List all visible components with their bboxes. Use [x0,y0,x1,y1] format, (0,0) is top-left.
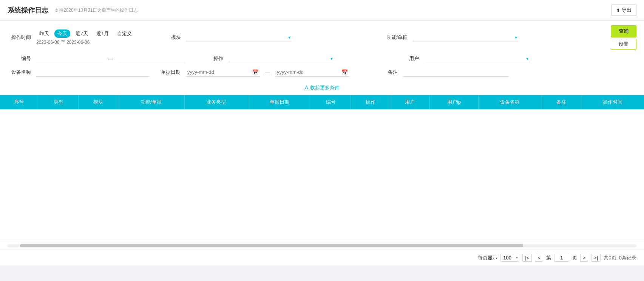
page-title: 系统操作日志 [8,6,48,15]
func-filter-group: 功能/单据 ▾ [384,33,611,42]
time-btn-7days[interactable]: 近7天 [73,29,91,38]
device-filter-group: 设备名称 [8,68,150,77]
filter-row-1: 操作时间 昨天 今天 近7天 近1月 自定义 2023-06-06 至 2023… [8,25,636,50]
time-btn-today[interactable]: 今天 [54,29,70,38]
collapse-icon: ⋀ [304,85,309,90]
query-button[interactable]: 查询 [611,25,636,37]
num-label: 编号 [8,55,34,62]
time-btn-yesterday[interactable]: 昨天 [36,29,52,38]
settings-button[interactable]: 设置 [611,39,636,50]
col-user: 用户 [390,95,429,109]
data-table: 序号 类型 模块 功能/单据 业务类型 单据日期 编号 操作 用户 用户ip 设… [0,95,644,109]
doc-date-to-wrapper: 📅 [275,68,349,77]
per-page-label: 每页显示 [478,255,497,261]
user-label: 用户 [395,55,422,62]
module-select-wrapper: ▾ [186,33,292,42]
col-remark: 备注 [542,95,581,109]
col-type: 类型 [39,95,78,109]
last-page-button[interactable]: >| [591,254,601,262]
table-container: 序号 类型 模块 功能/单据 业务类型 单据日期 编号 操作 用户 用户ip 设… [0,95,644,242]
page-header: 系统操作日志 支持2020年10月31日之后产生的操作日志 ⬆ 导出 [0,0,644,21]
doc-date-dash: — [262,70,273,75]
page-label2: 页 [572,255,577,261]
col-doc-date: 单据日期 [248,95,311,109]
col-user-ip: 用户ip [429,95,478,109]
export-button[interactable]: ⬆ 导出 [611,5,636,16]
time-btn-custom[interactable]: 自定义 [114,29,135,38]
col-func: 功能/单据 [118,95,184,109]
module-input[interactable] [186,33,292,42]
col-module: 模块 [79,95,118,109]
filter-section: 操作时间 昨天 今天 近7天 近1月 自定义 2023-06-06 至 2023… [0,21,644,95]
operation-select-wrapper: ▾ [229,54,334,63]
scrollbar-area [0,242,644,250]
horizontal-scrollbar[interactable] [8,244,636,247]
operation-filter-group: 操作 ▾ [200,54,395,63]
prev-page-button[interactable]: < [535,254,543,262]
num-filter-group: 编号 — [8,54,185,63]
doc-date-label: 单据日期 [157,69,184,76]
func-label: 功能/单据 [384,34,411,41]
col-seq: 序号 [0,95,39,109]
next-page-button[interactable]: > [580,254,588,262]
doc-date-from-wrapper: 📅 [186,68,260,77]
col-device: 设备名称 [478,95,542,109]
col-num: 编号 [311,95,351,109]
operation-label: 操作 [200,55,226,62]
per-page-select[interactable]: 100 50 200 [500,254,519,262]
table-header: 序号 类型 模块 功能/单据 业务类型 单据日期 编号 操作 用户 用户ip 设… [0,95,644,109]
func-input[interactable] [413,33,519,42]
filter-row-2: 编号 — 操作 ▾ 用户 ▾ [8,54,636,63]
time-buttons-row: 昨天 今天 近7天 近1月 自定义 [36,29,135,38]
pagination-bar: 每页显示 100 50 200 ▾ |< < 第 页 > >| 共0页, 0条记… [0,250,644,265]
operation-input[interactable] [229,54,334,63]
device-input[interactable] [36,68,150,77]
doc-date-filter-group: 单据日期 📅 — 📅 [157,68,374,77]
doc-date-from-input[interactable] [186,68,260,77]
total-info: 共0页, 0条记录 [604,255,636,261]
col-biz-type: 业务类型 [185,95,248,109]
first-page-button[interactable]: |< [522,254,532,262]
empty-area [0,109,644,242]
action-buttons: 查询 设置 [611,25,636,50]
user-filter-group: 用户 ▾ [395,54,591,63]
per-page-wrapper: 100 50 200 ▾ [500,254,519,262]
col-operation: 操作 [351,95,390,109]
module-filter-group: 模块 ▾ [158,33,384,42]
page-number-input[interactable] [554,254,569,262]
collapse-bar[interactable]: ⋀ 收起更多条件 [8,81,636,93]
table-header-row: 序号 类型 模块 功能/单据 业务类型 单据日期 编号 操作 用户 用户ip 设… [0,95,644,109]
num-dash: — [105,56,116,62]
time-btn-1month[interactable]: 近1月 [93,29,112,38]
remark-filter-group: 备注 [374,68,591,77]
time-range-display: 2023-06-06 至 2023-06-06 [36,39,135,46]
col-op-time: 操作时间 [581,95,644,109]
time-label: 操作时间 [8,34,34,41]
user-select-wrapper: ▾ [424,54,530,63]
user-input[interactable] [424,54,530,63]
export-icon: ⬆ [616,8,620,13]
scrollbar-thumb[interactable] [20,244,523,247]
num-from-input[interactable] [36,54,103,63]
time-options: 昨天 今天 近7天 近1月 自定义 2023-06-06 至 2023-06-0… [36,29,135,46]
num-to-input[interactable] [118,54,185,63]
time-filter-group: 操作时间 昨天 今天 近7天 近1月 自定义 2023-06-06 至 2023… [8,29,135,46]
filter-row-3: 设备名称 单据日期 📅 — 📅 备注 [8,68,636,77]
page-subtitle: 支持2020年10月31日之后产生的操作日志 [54,7,138,14]
module-label: 模块 [158,34,184,41]
page-label: 第 [546,255,551,261]
doc-date-to-input[interactable] [275,68,349,77]
collapse-label: 收起更多条件 [310,85,340,90]
remark-label: 备注 [374,69,401,76]
remark-input[interactable] [403,68,509,77]
func-select-wrapper: ▾ [413,33,519,42]
device-label: 设备名称 [8,69,34,76]
